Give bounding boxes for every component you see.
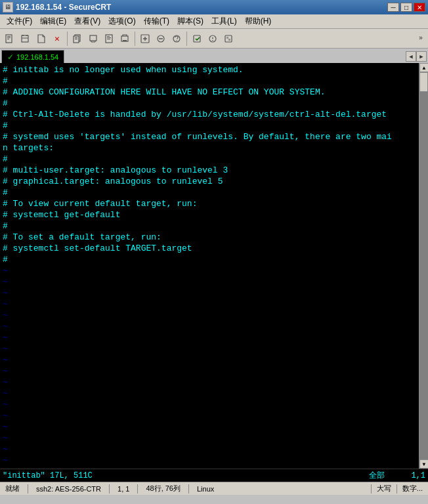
tb-btn-14[interactable] [221, 32, 236, 46]
tilde-11: ~ [3, 377, 416, 388]
num-lock-status: 数字... [400, 484, 425, 494]
tb-btn-7[interactable] [102, 32, 116, 46]
terminal-line-14: # systemctl get-default [3, 209, 416, 220]
terminal-line-17: # systemctl set-default TARGET.target [3, 243, 416, 254]
toolbar-overflow[interactable]: » [419, 35, 425, 42]
terminal[interactable]: # inittab is no longer used when using s… [0, 63, 428, 469]
tb-btn-9[interactable] [138, 32, 152, 46]
status-sep-4 [188, 484, 189, 494]
tb-btn-5[interactable] [70, 32, 85, 46]
window-title: 192.168.1.54 - SecureCRT [16, 3, 111, 12]
tb-btn-10[interactable] [154, 32, 168, 46]
tb-btn-13[interactable] [205, 32, 220, 46]
menu-transfer[interactable]: 传输(T) [140, 14, 173, 28]
scroll-thumb[interactable] [419, 72, 428, 92]
vim-quanbu: 全部 [369, 470, 385, 481]
tilde-3: ~ [3, 287, 416, 299]
tilde-16: ~ [3, 432, 416, 444]
tilde-10: ~ [3, 366, 416, 377]
svg-rect-15 [107, 37, 111, 38]
tab-check-icon: ✓ [7, 52, 14, 62]
toolbar-separator-2 [135, 32, 135, 46]
menu-view[interactable]: 查看(V) [70, 14, 104, 28]
svg-rect-16 [107, 39, 110, 39]
svg-rect-32 [228, 39, 230, 41]
tb-btn-1[interactable] [3, 32, 17, 46]
tb-btn-4[interactable]: ✕ [50, 32, 64, 46]
terminal-line-11: # graphical.target: analogous to runleve… [3, 176, 416, 187]
active-tab[interactable]: ✓ 192.168.1.54 [1, 50, 64, 63]
tab-bar: ✓ 192.168.1.54 ◀ ▶ [0, 49, 428, 63]
toolbar: ✕ » [0, 29, 428, 49]
tb-btn-3[interactable] [34, 32, 49, 46]
title-bar-left: 🖥 192.168.1.54 - SecureCRT [3, 2, 111, 12]
tab-label: 192.168.1.54 [16, 53, 58, 61]
tilde-7: ~ [3, 332, 416, 343]
terminal-size: 48行, 76列 [143, 484, 183, 494]
tilde-12: ~ [3, 388, 416, 399]
caps-lock-status: 大写 [374, 484, 394, 494]
tilde-19: ~ [3, 466, 416, 469]
toolbar-separator-1 [67, 32, 68, 46]
scroll-track[interactable] [419, 72, 428, 459]
close-button[interactable]: ✕ [414, 3, 425, 12]
terminal-line-16: # To set a default target, run: [3, 232, 416, 243]
encryption-info: ssh2: AES-256-CTR [33, 485, 104, 493]
scroll-up-button[interactable]: ▲ [419, 63, 428, 72]
tb-btn-8[interactable] [118, 32, 132, 46]
cursor-position: 1, 1 [115, 485, 132, 493]
title-bar: 🖥 192.168.1.54 - SecureCRT ─ □ ✕ [0, 0, 428, 14]
tilde-8: ~ [3, 343, 416, 354]
vim-status-bar: "inittab" 17L, 511C 全部 1,1 [0, 469, 428, 482]
menu-file[interactable]: 文件(F) [3, 14, 36, 28]
svg-rect-14 [107, 36, 110, 37]
tilde-2: ~ [3, 276, 416, 287]
minimize-button[interactable]: ─ [387, 3, 399, 12]
svg-rect-4 [22, 35, 28, 42]
menu-help[interactable]: 帮助(H) [241, 14, 276, 28]
tb-btn-2[interactable] [18, 32, 33, 46]
terminal-line-6: # [3, 120, 416, 131]
menu-tools[interactable]: 工具(L) [207, 14, 241, 28]
vim-file-info: "inittab" 17L, 511C [3, 471, 186, 480]
tb-btn-12[interactable] [190, 32, 204, 46]
tab-nav-right[interactable]: ▶ [416, 51, 427, 62]
terminal-line-13: # To view current default target, run: [3, 198, 416, 209]
status-sep-5 [371, 484, 372, 494]
terminal-line-5: # Ctrl-Alt-Delete is handled by /usr/lib… [3, 109, 416, 120]
svg-rect-2 [7, 37, 11, 38]
status-sep-3 [137, 484, 138, 494]
tab-nav-left[interactable]: ◀ [406, 51, 416, 62]
svg-rect-11 [75, 39, 77, 39]
menu-script[interactable]: 脚本(S) [173, 14, 207, 28]
menu-options[interactable]: 选项(O) [104, 14, 139, 28]
terminal-line-8: n targets: [3, 142, 416, 154]
menu-bar: 文件(F) 编辑(E) 查看(V) 选项(O) 传输(T) 脚本(S) 工具(L… [0, 14, 428, 29]
tab-navigation: ◀ ▶ [406, 51, 427, 62]
terminal-scrollbar[interactable]: ▲ ▼ [419, 63, 428, 469]
tilde-15: ~ [3, 421, 416, 432]
svg-rect-3 [7, 39, 9, 39]
svg-rect-18 [123, 40, 127, 41]
scroll-down-button[interactable]: ▼ [419, 459, 428, 469]
menu-edit[interactable]: 编辑(E) [36, 14, 70, 28]
status-sep-1 [28, 484, 28, 494]
terminal-line-15: # [3, 220, 416, 232]
securecrt-status-bar: 就绪 ssh2: AES-256-CTR 1, 1 48行, 76列 Linux… [0, 482, 428, 495]
os-type: Linux [194, 485, 217, 493]
connection-status: 就绪 [3, 484, 22, 494]
svg-rect-12 [90, 35, 96, 41]
terminal-line-3: # ADDING CONFIGURATION HERE WILL HAVE NO… [3, 87, 416, 98]
svg-rect-31 [226, 37, 228, 39]
terminal-line-10: # multi-user.target: analogous to runlev… [3, 165, 416, 176]
tilde-1: ~ [3, 265, 416, 276]
title-buttons: ─ □ ✕ [387, 3, 425, 12]
tb-btn-11[interactable] [169, 32, 184, 46]
maximize-button[interactable]: □ [400, 3, 412, 12]
tb-btn-6[interactable] [86, 32, 100, 46]
tilde-6: ~ [3, 321, 416, 332]
tilde-14: ~ [3, 410, 416, 421]
status-sep-2 [109, 484, 110, 494]
tilde-18: ~ [3, 455, 416, 466]
svg-rect-10 [75, 37, 77, 38]
